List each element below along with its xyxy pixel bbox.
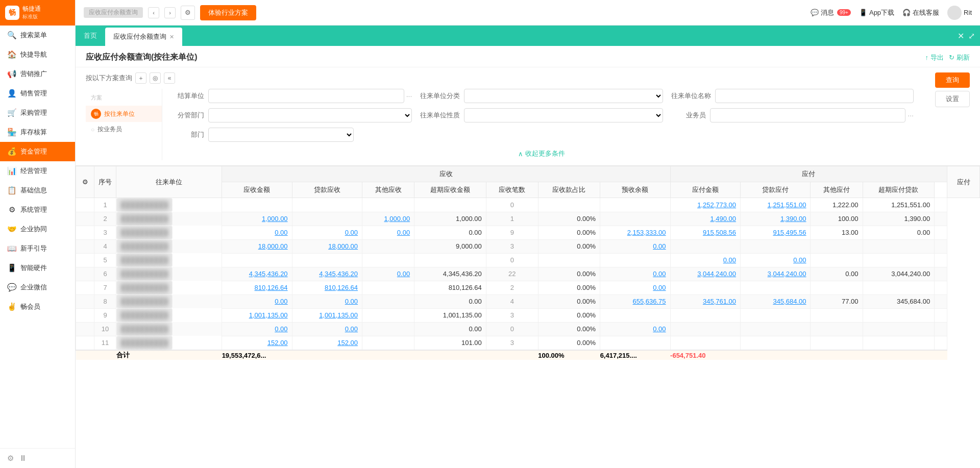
sidebar-item-quicknav[interactable]: 🏠 快捷导航 (0, 45, 75, 64)
dept-manage-select[interactable] (208, 108, 412, 122)
table-cell[interactable]: 18,000.00 (292, 239, 362, 253)
table-cell[interactable]: 915,508.56 (670, 226, 740, 239)
table-cell[interactable] (292, 212, 362, 226)
add-filter-btn[interactable]: ＋ (135, 72, 146, 84)
table-cell[interactable]: 152.00 (292, 336, 362, 350)
sidebar-item-inventory[interactable]: 🏪 库存核算 (0, 122, 75, 142)
export-button[interactable]: ↑ 导出 (925, 53, 944, 62)
table-cell[interactable]: 1,490.00 (670, 212, 740, 226)
tab-expand-icon[interactable]: ⤢ (968, 31, 975, 41)
sidebar-item-wechat[interactable]: 💬 企业微信 (0, 278, 75, 297)
table-cell[interactable]: 1,000.00 (222, 212, 292, 226)
query-button[interactable]: 查询 (935, 72, 970, 88)
settlement-unit-input[interactable] (208, 89, 404, 103)
table-cell[interactable] (292, 253, 362, 267)
table-cell[interactable]: 810,126.64 (292, 281, 362, 294)
table-cell[interactable]: 345,761.00 (670, 294, 740, 308)
table-cell[interactable]: 0.00 (600, 267, 670, 281)
table-cell[interactable]: 0.00 (600, 322, 670, 336)
solution-button[interactable]: 体验行业方案 (200, 5, 256, 20)
sidebar-item-purchase[interactable]: 🛒 采购管理 (0, 103, 75, 122)
gear-btn[interactable]: ⚙ (181, 6, 195, 20)
scheme-by-unit[interactable]: 畅 按往来单位 (86, 106, 162, 122)
table-cell[interactable]: 0.00 (292, 322, 362, 336)
table-cell[interactable]: 1,001,135.00 (222, 308, 292, 322)
sidebar-item-marketing[interactable]: 📢 营销推广 (0, 64, 75, 84)
setting-button[interactable]: 设置 (935, 91, 970, 107)
unit-name-input[interactable] (715, 89, 914, 103)
sidebar-item-operation[interactable]: 📊 经营管理 (0, 161, 75, 181)
table-cell[interactable] (292, 198, 362, 212)
table-cell[interactable]: 4,345,436.20 (222, 267, 292, 281)
table-row: 11██████████152.00152.00101.0030.00% (76, 336, 980, 350)
unit-category-select[interactable] (464, 89, 663, 103)
table-cell[interactable]: 810,126.64 (222, 281, 292, 294)
table-cell[interactable]: 0.00 (292, 226, 362, 239)
sidebar-item-collab[interactable]: 🤝 企业协同 (0, 219, 75, 239)
table-cell[interactable]: 0.00 (362, 226, 414, 239)
scheme-by-salesperson[interactable]: ○ 按业务员 (86, 122, 162, 137)
tab-ar-query[interactable]: 应收应付余额查询 ✕ (105, 28, 182, 46)
salesperson-dots[interactable]: ··· (908, 111, 914, 119)
table-cell[interactable]: 0.00 (362, 267, 414, 281)
refresh-button[interactable]: ↻ 刷新 (949, 53, 970, 62)
messages-btn[interactable]: 💬 消息 99+ (811, 8, 851, 17)
table-cell[interactable]: 0.00 (600, 281, 670, 294)
table-cell[interactable]: 2,153,333.00 (600, 226, 670, 239)
settlement-unit-dots[interactable]: ··· (406, 92, 412, 100)
table-cell[interactable]: 915,495.56 (741, 226, 811, 239)
table-cell[interactable]: 1,251,551.00 (741, 198, 811, 212)
sidebar-item-finance[interactable]: 💰 资金管理 (0, 142, 75, 161)
sidebar-item-search[interactable]: 🔍 搜索菜单 (0, 26, 75, 45)
table-cell[interactable]: 0.00 (222, 226, 292, 239)
table-cell[interactable]: 1,252,773.00 (670, 198, 740, 212)
table-cell[interactable]: 3,044,240.00 (670, 267, 740, 281)
tab-home[interactable]: 首页 (76, 26, 105, 46)
sidebar-item-sales[interactable]: 👤 销售管理 (0, 84, 75, 103)
table-cell[interactable]: 4,345,436.20 (292, 267, 362, 281)
table-cell[interactable] (222, 253, 292, 267)
sidebar-item-basic[interactable]: 📋 基础信息 (0, 181, 75, 200)
table-row: 5██████████00.000.00 (76, 253, 980, 267)
table-cell (362, 253, 414, 267)
user-area[interactable]: Rit (947, 6, 972, 20)
nav-next-btn[interactable]: › (164, 7, 176, 18)
table-cell[interactable]: 0.00 (222, 322, 292, 336)
table-cell[interactable]: 1,390.00 (741, 212, 811, 226)
collapse-icon[interactable]: ⏸ (19, 454, 27, 463)
table-cell[interactable]: 1,001,135.00 (292, 308, 362, 322)
table-cell[interactable]: 0.00 (670, 253, 740, 267)
table-cell[interactable]: 655,636.75 (600, 294, 670, 308)
table-cell[interactable]: 18,000.00 (222, 239, 292, 253)
sidebar-item-member[interactable]: ✌ 畅会员 (0, 297, 75, 316)
settings-bottom-icon[interactable]: ⚙ (7, 454, 14, 463)
unit-nature-select[interactable] (464, 108, 663, 122)
table-cell[interactable]: 152.00 (222, 336, 292, 350)
settings-filter-btn[interactable]: ◎ (150, 72, 161, 84)
footer-ar-advance-cell[interactable]: 6,417,215.... (600, 350, 670, 360)
tab-close-icon[interactable]: ✕ (169, 34, 174, 40)
sidebar-item-system[interactable]: ⚙ 系统管理 (0, 200, 75, 219)
table-cell[interactable]: 0.00 (222, 294, 292, 308)
table-cell (670, 322, 740, 336)
table-cell[interactable]: 345,684.00 (741, 294, 811, 308)
table-cell[interactable]: 0.00 (600, 239, 670, 253)
nav-prev-btn[interactable]: ‹ (148, 7, 159, 18)
dept-select[interactable] (208, 128, 354, 142)
collapse-filter-btn[interactable]: « (164, 72, 175, 84)
table-cell[interactable]: 0.00 (292, 294, 362, 308)
table-cell[interactable]: 0.00 (741, 253, 811, 267)
salesperson-input[interactable] (710, 108, 906, 122)
table-cell (76, 198, 94, 212)
footer-ar-amount-cell[interactable]: 19,553,472,6... (222, 350, 292, 360)
app-download-btn[interactable]: 📱 App下载 (859, 8, 894, 17)
table-cell[interactable]: 3,044,240.00 (741, 267, 811, 281)
collapse-more-btn[interactable]: ∧ 收起更多条件 (169, 147, 914, 160)
table-cell (741, 239, 811, 253)
table-cell[interactable]: 1,000.00 (362, 212, 414, 226)
tab-close-all-icon[interactable]: ✕ (958, 31, 964, 41)
sidebar-item-hardware[interactable]: 📱 智能硬件 (0, 258, 75, 278)
table-cell[interactable] (222, 198, 292, 212)
sidebar-item-guide[interactable]: 📖 新手引导 (0, 239, 75, 258)
online-service-btn[interactable]: 🎧 在线客服 (902, 8, 939, 17)
